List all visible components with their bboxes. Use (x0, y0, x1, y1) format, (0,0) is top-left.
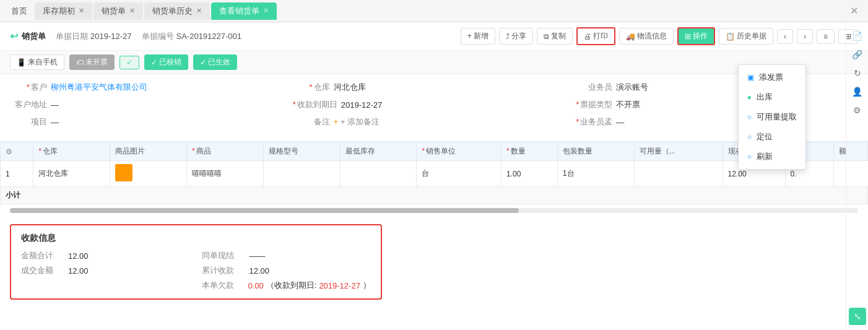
sidebar-icon-settings[interactable]: ⚙ (849, 102, 866, 119)
total-label: 金额合计 (21, 250, 64, 261)
receipt-grid: 金额合计 12.00 同单现结 —— 成交金额 12.00 累计收款 12.00 (21, 250, 371, 291)
tab-history-label: 销货单历史 (152, 6, 193, 17)
cumulative-label: 累计收款 (202, 265, 245, 276)
add-invoice-item[interactable]: ▣ 添发票 (739, 67, 805, 87)
note-label: 备注 (293, 116, 330, 128)
arrears-label: 本单欠款 (202, 280, 245, 291)
right-sidebar: 📄 🔗 ↻ 👤 ⚙ ⤡ (846, 22, 868, 330)
tab-view-sales[interactable]: 查看销货单 ✕ (211, 2, 277, 20)
voided-button[interactable]: ✓ 已核销 (144, 54, 188, 70)
tab-view-close[interactable]: ✕ (263, 7, 269, 15)
available-qty-item[interactable]: ○ 可用量提取 (739, 107, 805, 127)
total-row: 金额合计 12.00 (21, 250, 189, 261)
tab-inventory[interactable]: 库存期初 ✕ (35, 2, 92, 20)
check-circle-icon: ✓ (151, 58, 157, 67)
history-button[interactable]: 📋 历史单据 (719, 28, 773, 45)
doc-title: ↩ 销货单 (10, 30, 46, 42)
receipt-info: 收款信息 金额合计 12.00 同单现结 —— 成交金额 12.00 (10, 224, 382, 300)
scroll-bar[interactable] (10, 208, 858, 213)
effective-check-icon: ✓ (200, 58, 206, 67)
customer-label: 客户 (10, 82, 47, 93)
transaction-value: 12.00 (68, 266, 89, 276)
note-field: 备注 + + 添加备注 (293, 116, 576, 128)
staff-label: 业务员 (575, 82, 612, 93)
settings-icon[interactable]: ⚙ (6, 147, 12, 156)
sidebar-icon-link[interactable]: 🔗 (849, 46, 866, 63)
tab-inventory-close[interactable]: ✕ (79, 7, 84, 15)
not-open-button[interactable]: 🏷 未开票 (69, 54, 115, 70)
logistics-button[interactable]: 🚚 物流信息 (619, 28, 674, 45)
date-value: 2019-12-27 (90, 32, 132, 41)
product-image (115, 164, 132, 181)
doc-date-meta: 单据日期 2019-12-27 (56, 31, 132, 42)
refresh-icon: ○ (747, 152, 752, 161)
window-close-button[interactable]: ✕ (845, 5, 863, 17)
print-button[interactable]: 🖨 打印 (576, 27, 615, 45)
phone-icon: 📱 (17, 58, 26, 67)
list-view-button[interactable]: ≡ (817, 29, 835, 44)
tab-inventory-label: 库存期初 (43, 6, 75, 17)
tab-sales-order[interactable]: 销货单 ✕ (93, 2, 143, 20)
arrears-value: 0.00 (248, 281, 263, 290)
sidebar-icon-doc[interactable]: 📄 (849, 27, 866, 45)
document-header: ↩ 销货单 单据日期 2019-12-27 单据编号 SA-20191227-0… (0, 22, 868, 51)
prev-record-button[interactable]: ‹ (777, 29, 793, 44)
outbound-icon: ● (747, 93, 752, 102)
col-settings[interactable]: ⚙ (1, 142, 33, 161)
confirm-button[interactable]: ✓ (119, 56, 139, 69)
available-qty-icon: ○ (747, 113, 752, 121)
sidebar-icon-user[interactable]: 👤 (849, 83, 866, 100)
warehouse-label: 仓库 (293, 82, 330, 93)
due-date-field: 收款到期日 2019-12-27 (293, 99, 576, 110)
doc-number-meta: 单据编号 SA-20191227-001 (142, 31, 242, 42)
tab-sales-history[interactable]: 销货单历史 ✕ (144, 2, 210, 20)
warehouse-field: 仓库 河北仓库 (293, 82, 576, 93)
history-icon: 📋 (726, 32, 735, 41)
arrears-date: 2019-12-27 (319, 281, 360, 290)
settlement-value: —— (249, 251, 265, 261)
transaction-row: 成交金额 12.00 (21, 265, 189, 276)
effective-button[interactable]: ✓ 已生效 (193, 54, 237, 70)
available-qty-label: 可用量提取 (757, 111, 797, 123)
copy-icon: ⧉ (544, 32, 549, 41)
tab-home[interactable]: 首页 (5, 6, 33, 17)
warehouse-value: 河北仓库 (334, 82, 366, 93)
form-row-2: 客户地址 — 收款到期日 2019-12-27 票据类型 不开票 (10, 99, 858, 110)
locate-item[interactable]: ○ 定位 (739, 127, 805, 147)
from-phone-button[interactable]: 📱 来自手机 (10, 54, 64, 70)
settlement-row: 同单现结 —— (202, 250, 370, 261)
ticket-type-label: 票据类型 (575, 99, 612, 110)
outbound-item[interactable]: ● 出库 (739, 87, 805, 107)
row-warehouse: 河北仓库 (33, 161, 110, 187)
note-add-button[interactable]: + + 添加备注 (334, 116, 380, 128)
ticket-type-field: 票据类型 不开票 (575, 99, 858, 110)
sidebar-icon-refresh[interactable]: ↻ (849, 64, 866, 82)
refresh-label: 刷新 (757, 151, 773, 162)
project-value: — (51, 118, 59, 127)
tab-view-label: 查看销货单 (219, 6, 259, 17)
tab-sales-close[interactable]: ✕ (129, 7, 135, 15)
address-value: — (51, 100, 59, 110)
new-button[interactable]: + 新增 (461, 28, 495, 45)
scroll-thumb (10, 208, 519, 213)
col-package-qty: 包装数量 (557, 142, 634, 161)
sidebar-icon-expand[interactable]: ⤡ (849, 308, 866, 325)
scroll-bar-container (0, 204, 868, 217)
ticket-type-value: 不开票 (616, 99, 640, 110)
customer-value[interactable]: 柳州粤港平安气体有限公司 (51, 82, 147, 93)
invoice-icon: ▣ (747, 73, 754, 82)
next-record-button[interactable]: › (797, 29, 813, 44)
tab-sales-label: 销货单 (102, 6, 126, 17)
copy-button[interactable]: ⧉ 复制 (537, 28, 573, 45)
refresh-item[interactable]: ○ 刷新 (739, 147, 805, 167)
date-label: 单据日期 (56, 31, 88, 42)
operations-dropdown: ▣ 添发票 ● 出库 ○ 可用量提取 ○ 定位 ○ 刷新 (738, 64, 806, 170)
col-product: 商品 (187, 142, 264, 161)
transaction-label: 成交金额 (21, 265, 64, 276)
bottom-section: 收款信息 金额合计 12.00 同单现结 —— 成交金额 12.00 (0, 217, 868, 307)
tab-history-close[interactable]: ✕ (196, 7, 202, 15)
tab-bar: 首页 库存期初 ✕ 销货单 ✕ 销货单历史 ✕ 查看销货单 ✕ ✕ (0, 0, 868, 22)
share-button[interactable]: ⤴ 分享 (499, 28, 533, 45)
form-row-1: 客户 柳州粤港平安气体有限公司 仓库 河北仓库 业务员 演示账号 (10, 82, 858, 93)
operations-button[interactable]: ⊞ 操作 (677, 27, 715, 45)
